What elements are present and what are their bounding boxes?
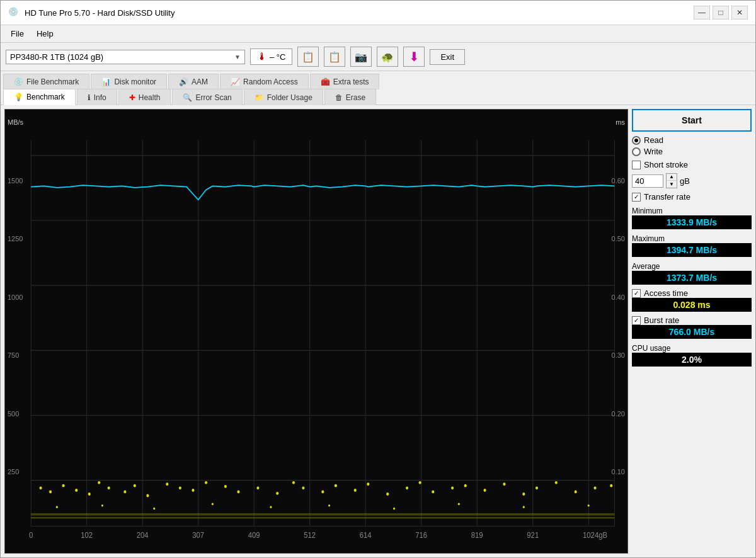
svg-point-53 xyxy=(536,486,538,489)
short-stroke-label: Short stroke xyxy=(644,160,688,169)
burst-rate-row: Burst rate xyxy=(632,316,752,325)
exit-button[interactable]: Exit xyxy=(430,49,465,65)
minimum-section: Minimum 1333.9 MB/s xyxy=(632,205,752,229)
svg-point-51 xyxy=(503,482,505,486)
window-title: HD Tune Pro 5.70 - Hard Disk/SSD Utility xyxy=(25,8,175,18)
temperature-display: 🌡 – °C xyxy=(250,48,292,65)
svg-point-28 xyxy=(134,484,136,487)
svg-point-25 xyxy=(98,481,100,484)
minimum-value: 1333.9 MB/s xyxy=(632,215,752,229)
svg-point-63 xyxy=(212,503,214,505)
cpu-usage-value: 2.0% xyxy=(632,353,752,367)
svg-point-34 xyxy=(224,485,227,488)
short-stroke-checkbox[interactable] xyxy=(632,161,641,169)
svg-point-46 xyxy=(419,481,421,484)
tab-aam[interactable]: 🔊 AAM xyxy=(168,74,219,89)
tab-row-2: 💡 Benchmark ℹ Info ✚ Health 🔍 Error Scan… xyxy=(1,89,755,105)
tab-erase[interactable]: 🗑 Erase xyxy=(324,89,376,105)
burst-rate-value: 766.0 MB/s xyxy=(632,325,752,339)
mode-radio-group: Read Write xyxy=(632,135,752,156)
svg-point-49 xyxy=(464,484,467,487)
drive-selector[interactable]: PP3480-R 1TB (1024 gB) ▼ xyxy=(6,50,245,64)
maximum-section: Maximum 1394.7 MB/s xyxy=(632,233,752,257)
svg-point-38 xyxy=(292,481,295,484)
screenshot-button[interactable]: 📷 xyxy=(350,47,372,67)
svg-point-44 xyxy=(386,493,389,496)
transfer-rate-row: Transfer rate xyxy=(632,192,752,202)
svg-point-33 xyxy=(205,481,207,484)
start-button[interactable]: Start xyxy=(632,109,752,132)
svg-rect-0 xyxy=(5,110,627,553)
spinbox-up-arrow[interactable]: ▲ xyxy=(667,174,677,181)
copy-button-2[interactable]: 📋 xyxy=(324,47,345,67)
svg-point-29 xyxy=(146,494,149,498)
burst-rate-checkbox[interactable] xyxy=(632,316,641,325)
access-time-checkbox[interactable] xyxy=(632,289,641,298)
health-icon: ✚ xyxy=(129,93,135,102)
minimize-button[interactable]: — xyxy=(694,6,710,20)
svg-point-35 xyxy=(237,490,239,493)
tab-container: 💿 File Benchmark 📊 Disk monitor 🔊 AAM 📈 … xyxy=(1,71,755,105)
write-radio[interactable]: Write xyxy=(632,147,752,156)
extra-tests-icon: 🧰 xyxy=(321,77,330,86)
svg-text:921: 921 xyxy=(527,530,539,540)
disk-monitor-icon: 📊 xyxy=(101,77,111,86)
tab-benchmark[interactable]: 💡 Benchmark xyxy=(3,89,76,105)
svg-point-55 xyxy=(575,490,577,493)
spinbox-down-arrow[interactable]: ▼ xyxy=(667,181,677,188)
svg-point-68 xyxy=(523,506,525,508)
transfer-rate-checkbox[interactable] xyxy=(632,193,641,202)
average-label: Average xyxy=(632,262,752,271)
svg-point-41 xyxy=(335,484,337,487)
tab-info[interactable]: ℹ Info xyxy=(77,89,117,105)
drive-dropdown-arrow: ▼ xyxy=(234,54,241,60)
read-radio-indicator xyxy=(632,136,641,145)
gb-spinbox[interactable]: 40 xyxy=(632,174,663,188)
svg-point-43 xyxy=(367,482,369,486)
average-section: Average 1373.7 MB/s xyxy=(632,261,752,285)
close-button[interactable]: ✕ xyxy=(731,6,748,20)
tab-extra-tests[interactable]: 🧰 Extra tests xyxy=(310,74,380,89)
chart-area: MB/s 1500 1250 1000 750 500 250 0 ms 0.6… xyxy=(4,109,628,554)
svg-point-64 xyxy=(270,506,272,508)
cpu-usage-label: CPU usage xyxy=(632,344,752,353)
app-icon: 💿 xyxy=(8,7,20,18)
folder-usage-icon: 📁 xyxy=(255,93,264,102)
copy-button-1[interactable]: 📋 xyxy=(297,47,319,67)
menu-help[interactable]: Help xyxy=(32,28,59,40)
tab-disk-monitor[interactable]: 📊 Disk monitor xyxy=(91,74,167,89)
svg-text:819: 819 xyxy=(471,530,483,540)
menu-file[interactable]: File xyxy=(6,28,29,40)
title-bar: 💿 HD Tune Pro 5.70 - Hard Disk/SSD Utili… xyxy=(1,1,755,25)
svg-text:0: 0 xyxy=(29,530,33,540)
tab-error-scan[interactable]: 🔍 Error Scan xyxy=(172,89,242,105)
svg-text:307: 307 xyxy=(192,530,204,540)
info-icon: ℹ xyxy=(88,93,91,102)
write-label: Write xyxy=(644,147,663,156)
chart-y-right-label: ms xyxy=(612,118,625,126)
turtle-button[interactable]: 🐢 xyxy=(377,47,398,67)
download-button[interactable]: ⬇ xyxy=(403,47,425,67)
main-window: 💿 HD Tune Pro 5.70 - Hard Disk/SSD Utili… xyxy=(0,0,756,558)
erase-icon: 🗑 xyxy=(335,93,343,102)
svg-text:614: 614 xyxy=(360,530,372,540)
tab-file-benchmark[interactable]: 💿 File Benchmark xyxy=(3,74,89,89)
menu-bar: File Help xyxy=(1,25,755,43)
gb-unit-label: gB xyxy=(680,176,690,186)
svg-point-65 xyxy=(328,504,330,507)
tab-health[interactable]: ✚ Health xyxy=(118,89,171,105)
burst-rate-label: Burst rate xyxy=(644,316,679,325)
chart-y-left-label: MB/s xyxy=(8,118,23,126)
svg-point-67 xyxy=(458,503,460,505)
tab-folder-usage[interactable]: 📁 Folder Usage xyxy=(244,89,323,105)
svg-point-60 xyxy=(56,506,58,508)
tab-random-access[interactable]: 📈 Random Access xyxy=(220,74,309,89)
maximize-button[interactable]: □ xyxy=(713,6,729,20)
svg-point-42 xyxy=(354,489,357,492)
benchmark-icon: 💡 xyxy=(14,93,23,101)
short-stroke-row: Short stroke xyxy=(632,160,752,169)
svg-point-56 xyxy=(593,486,596,489)
svg-point-48 xyxy=(451,486,454,489)
read-radio[interactable]: Read xyxy=(632,135,752,145)
svg-point-61 xyxy=(101,504,103,507)
